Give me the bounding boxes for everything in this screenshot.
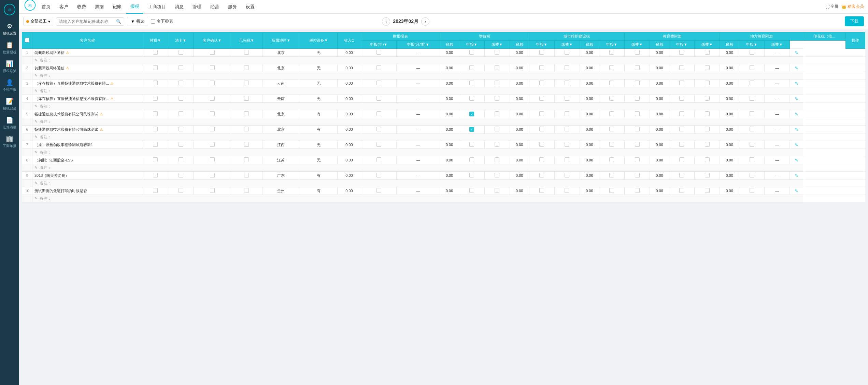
vat-pay-cell[interactable]	[484, 95, 510, 103]
checkbox-unchecked[interactable]	[244, 142, 249, 147]
checkbox-unchecked[interactable]	[635, 157, 640, 162]
checkbox-unchecked[interactable]	[565, 65, 569, 70]
checkbox-unchecked[interactable]	[705, 111, 710, 116]
header-qingka[interactable]: 清卡▼	[168, 32, 193, 49]
note-cell[interactable]: ✎ 备注：	[32, 164, 803, 172]
city-pay-cell[interactable]	[554, 187, 580, 195]
checkbox-unchecked[interactable]	[609, 96, 614, 101]
edu-apply-cell[interactable]	[599, 172, 624, 180]
local-pay-cell[interactable]	[695, 172, 720, 180]
edu-apply-cell[interactable]	[599, 49, 624, 57]
table-container[interactable]: 客户名称 抄税▼ 清卡▼ 客户确认▼ 已完税▼ 所属地区▼ 税控设备▼ 收入C …	[19, 29, 868, 385]
paid-cell[interactable]	[231, 110, 262, 118]
confirm-cell[interactable]	[194, 172, 231, 180]
fullscreen-button[interactable]: ⛶ 全屏	[825, 4, 839, 10]
paid-cell[interactable]	[231, 141, 262, 149]
checkbox-unchecked[interactable]	[179, 81, 183, 85]
h-city-pay[interactable]: 缴费▼	[554, 41, 580, 49]
checkbox-unchecked[interactable]	[609, 111, 614, 116]
checkbox-unchecked[interactable]	[635, 111, 640, 116]
checkbox-unchecked[interactable]	[153, 157, 158, 162]
checkbox-unchecked[interactable]	[609, 173, 614, 177]
paid-cell[interactable]	[231, 64, 262, 72]
chaoshu-cell[interactable]	[143, 126, 168, 133]
edu-apply-cell[interactable]	[599, 156, 624, 164]
checkbox-unchecked[interactable]	[210, 142, 215, 147]
qingka-cell[interactable]	[168, 172, 193, 180]
checkbox-unchecked[interactable]	[495, 81, 499, 85]
checkbox-unchecked[interactable]	[635, 65, 640, 70]
edit-button[interactable]: ✎	[795, 142, 798, 147]
edit-cell[interactable]: ✎	[790, 141, 803, 149]
city-apply-cell[interactable]	[529, 141, 554, 149]
checkbox-unchecked[interactable]	[210, 188, 215, 193]
city-apply-cell[interactable]	[529, 95, 554, 103]
checkbox-unchecked[interactable]	[376, 142, 381, 147]
checkbox-unchecked[interactable]	[750, 81, 754, 85]
h-city-apply[interactable]: 申报▼	[529, 41, 554, 49]
stamp-apply-cell[interactable]	[739, 126, 764, 133]
checkbox-unchecked[interactable]	[635, 96, 640, 101]
edit-cell[interactable]: ✎	[790, 126, 803, 133]
edu-pay-cell[interactable]	[624, 156, 650, 164]
vat-pay-cell[interactable]	[484, 126, 510, 133]
city-apply-cell[interactable]	[529, 156, 554, 164]
checkbox-unchecked[interactable]	[750, 50, 754, 55]
checkbox-unchecked[interactable]	[565, 50, 569, 55]
fin-year-cell[interactable]	[361, 126, 397, 133]
note-cell[interactable]: ✎ 备注：	[32, 87, 803, 95]
city-pay-cell[interactable]	[554, 172, 580, 180]
sidebar-item-gongshangnian[interactable]: 🏢 工商年报	[0, 132, 19, 151]
vat-pay-cell[interactable]	[484, 49, 510, 57]
checkbox-unchecked[interactable]	[376, 127, 381, 131]
stamp-apply-cell[interactable]	[739, 64, 764, 72]
vat-apply-cell[interactable]	[459, 80, 484, 87]
vat-apply-cell[interactable]	[459, 141, 484, 149]
checkbox-unchecked[interactable]	[635, 173, 640, 177]
edit-cell[interactable]: ✎	[790, 172, 803, 180]
edu-pay-cell[interactable]	[624, 110, 650, 118]
checkbox-unchecked[interactable]	[539, 173, 544, 177]
checkbox-unchecked[interactable]	[539, 50, 544, 55]
city-pay-cell[interactable]	[554, 64, 580, 72]
checkbox-unchecked[interactable]	[750, 188, 754, 193]
edit-cell[interactable]: ✎	[790, 95, 803, 103]
edit-cell[interactable]: ✎	[790, 49, 803, 57]
checkbox-unchecked[interactable]	[679, 142, 684, 147]
edit-button[interactable]: ✎	[795, 66, 798, 71]
local-pay-cell[interactable]	[695, 156, 720, 164]
checkbox-unchecked[interactable]	[179, 173, 183, 177]
checkbox-unchecked[interactable]	[210, 111, 215, 116]
edit-button[interactable]: ✎	[795, 127, 798, 132]
edu-pay-cell[interactable]	[624, 64, 650, 72]
local-pay-cell[interactable]	[695, 110, 720, 118]
vat-apply-cell[interactable]: ✓	[459, 126, 484, 133]
sidebar-item-geshui[interactable]: 👤 个税申报	[0, 76, 19, 95]
checkbox-unchecked[interactable]	[244, 81, 249, 85]
fin-year-cell[interactable]	[361, 187, 397, 195]
prev-month-button[interactable]: ‹	[382, 17, 390, 26]
chaoshu-cell[interactable]	[143, 64, 168, 72]
checkbox-unchecked[interactable]	[705, 65, 710, 70]
checkbox-unchecked[interactable]	[244, 188, 249, 193]
h-vat-apply[interactable]: 申报▼	[459, 41, 484, 49]
qingka-cell[interactable]	[168, 110, 193, 118]
sidebar-item-jilu[interactable]: 📝 报税记录	[0, 95, 19, 114]
nav-item-message[interactable]: 消息	[171, 0, 188, 14]
checkbox-unchecked[interactable]	[210, 50, 215, 55]
qingka-cell[interactable]	[168, 80, 193, 87]
h-local-pay[interactable]: 缴费▼	[695, 41, 720, 49]
checkbox-unchecked[interactable]	[609, 127, 614, 131]
stamp-apply-cell[interactable]	[739, 110, 764, 118]
nav-item-customer[interactable]: 客户	[55, 0, 72, 14]
stamp-apply-cell[interactable]	[739, 95, 764, 103]
checkbox-unchecked[interactable]	[469, 188, 474, 193]
note-cell[interactable]: ✎ 备注：	[32, 133, 803, 141]
checkbox-unchecked[interactable]	[179, 157, 183, 162]
checkbox-unchecked[interactable]	[495, 96, 499, 101]
edu-apply-cell[interactable]	[599, 64, 624, 72]
city-pay-cell[interactable]	[554, 156, 580, 164]
checkbox-unchecked[interactable]	[539, 142, 544, 147]
checkbox-unchecked[interactable]	[679, 111, 684, 116]
checkbox-unchecked[interactable]	[153, 65, 158, 70]
